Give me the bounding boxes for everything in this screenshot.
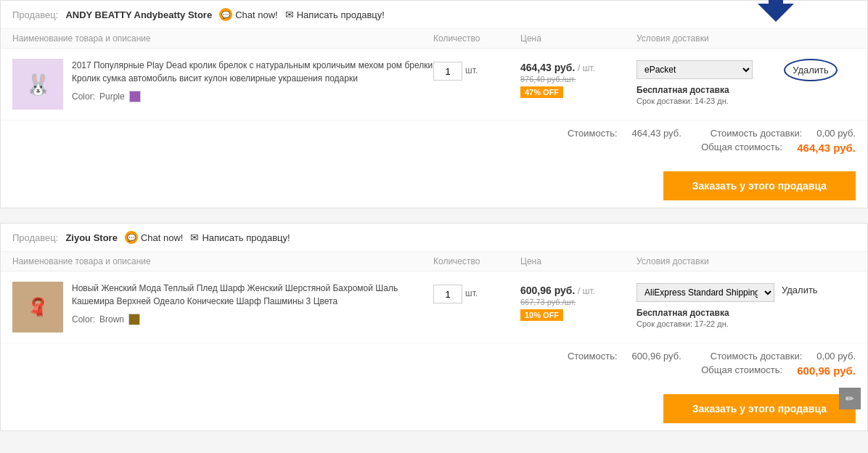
order-btn-row-2: Заказать у этого продавца [1, 387, 867, 430]
item-title-1: 2017 Популярные Play Dead кролик брелок … [72, 59, 433, 85]
chat-label-2: Chat now! [141, 232, 184, 243]
chat-icon-1: 💬 [219, 8, 232, 21]
color-label-2: Color: [72, 314, 95, 325]
order-button-2[interactable]: Заказать у этого продавца [663, 394, 856, 423]
seller-header-2: Продавец: Ziyou Store 💬 Chat now! ✉ Напи… [1, 224, 867, 252]
product-image-2: 🧣 [12, 282, 63, 332]
order-btn-row-1: Заказать у этого продавца [1, 164, 867, 208]
envelope-icon-1: ✉ [285, 9, 294, 20]
chat-label-1: Chat now! [235, 9, 278, 20]
col-price-2: Цена [520, 256, 636, 266]
col-action-1 [782, 33, 840, 44]
col-qty-2: Количество [433, 256, 520, 266]
chat-button-2[interactable]: 💬 Chat now! [125, 231, 184, 244]
price-main-2: 600,96 руб. / шт. [520, 285, 636, 296]
price-cell-1: 464,43 руб. / шт. 876,40 руб./шт. 47% OF… [520, 59, 636, 98]
shipping-cost-value-1: 0,00 руб. [816, 128, 856, 139]
seller-name-1: ANDY BEATTY Andybeatty Store [65, 9, 212, 20]
price-main-1: 464,43 руб. / шт. [520, 62, 636, 73]
item-details-2: Новый Женский Мода Теплый Плед Шарф Женс… [72, 282, 433, 332]
shipping-cost-label-2: Стоимость доставки: [711, 351, 803, 362]
qty-cell-2: шт. [433, 282, 520, 303]
color-row-2: Color: Brown [72, 314, 433, 325]
delete-cell-1: Удалить [782, 59, 840, 81]
total-line-sum-2: Общая стоимость: 600,96 руб. [12, 364, 856, 377]
qty-cell-1: шт. [433, 59, 520, 81]
edit-icon[interactable]: ✏ [839, 388, 861, 409]
shipping-days-1: Срок доставки: 14-23 дн. [636, 97, 782, 105]
cost-label-2: Стоимость: [568, 351, 618, 362]
total-label-2: Общая стоимость: [701, 364, 782, 377]
column-headers-2: Наименование товара и описание Количеств… [1, 252, 867, 272]
chat-button-1[interactable]: 💬 Chat now! [219, 8, 278, 21]
svg-marker-0 [758, 0, 794, 22]
item-title-2: Новый Женский Мода Теплый Плед Шарф Женс… [72, 282, 433, 308]
price-value-2: 600,96 руб. [520, 285, 575, 296]
total-line-cost-2: Стоимость: 600,96 руб. Стоимость доставк… [12, 351, 856, 362]
delete-button-2[interactable]: Удалить [782, 282, 818, 295]
color-swatch-2 [128, 314, 140, 325]
col-shipping-1: Условия доставки [636, 33, 782, 44]
envelope-icon-2: ✉ [190, 232, 199, 243]
totals-row-1: Стоимость: 464,43 руб. Стоимость доставк… [1, 121, 867, 164]
qty-unit-1: шт. [465, 62, 478, 76]
discount-badge-1: 47% OFF [520, 86, 563, 98]
item-row-2: 🧣 Новый Женский Мода Теплый Плед Шарф Же… [1, 272, 867, 343]
color-label-1: Color: [72, 91, 95, 102]
seller-block-1: Продавец: ANDY BEATTY Andybeatty Store 💬… [0, 0, 868, 208]
separator [0, 216, 868, 223]
price-unit-2: / шт. [578, 286, 595, 296]
shipping-cell-2: AliExpress Standard Shipping Бесплатная … [636, 282, 782, 328]
shipping-free-2: Бесплатная доставка [636, 308, 782, 318]
order-button-1[interactable]: Заказать у этого продавца [663, 171, 856, 200]
total-line-sum-1: Общая стоимость: 464,43 руб. [12, 142, 856, 154]
color-swatch-1 [129, 91, 141, 102]
item-info-2: 🧣 Новый Женский Мода Теплый Плед Шарф Же… [12, 282, 433, 332]
price-value-1: 464,43 руб. [520, 62, 575, 73]
shipping-select-1[interactable]: ePacket [636, 60, 753, 79]
col-product-2: Наименование товара и описание [12, 256, 433, 266]
qty-input-1[interactable] [433, 62, 462, 81]
cost-label-1: Стоимость: [568, 128, 618, 139]
col-action-2 [782, 256, 840, 266]
totals-row-2: Стоимость: 600,96 руб. Стоимость доставк… [1, 343, 867, 387]
column-headers-1: Наименование товара и описание Количеств… [1, 29, 867, 49]
message-label-2: Написать продавцу! [202, 232, 290, 243]
message-button-2[interactable]: ✉ Написать продавцу! [190, 232, 290, 243]
col-product-1: Наименование товара и описание [12, 33, 433, 44]
shipping-cost-label-1: Стоимость доставки: [711, 128, 803, 139]
delete-button-1[interactable]: Удалить [784, 59, 838, 81]
seller-label-1: Продавец: [12, 9, 58, 20]
edit-pencil-icon: ✏ [846, 393, 854, 404]
total-label-1: Общая стоимость: [701, 142, 782, 154]
seller-name-2: Ziyou Store [65, 232, 118, 243]
message-button-1[interactable]: ✉ Написать продавцу! [285, 9, 385, 20]
annotation-arrow [754, 0, 798, 22]
product-image-1: 🐰 [12, 59, 63, 110]
shipping-cell-1: ePacket Бесплатная доставка Срок доставк… [636, 59, 782, 105]
color-value-1: Purple [99, 91, 125, 102]
shipping-select-2[interactable]: AliExpress Standard Shipping [636, 283, 774, 302]
price-old-1: 876,40 руб./шт. [520, 75, 636, 83]
cost-value-1: 464,43 руб. [632, 128, 681, 139]
item-details-1: 2017 Популярные Play Dead кролик брелок … [72, 59, 433, 110]
qty-input-2[interactable] [433, 285, 462, 303]
qty-unit-2: шт. [465, 285, 478, 298]
price-cell-2: 600,96 руб. / шт. 667,73 руб./шт. 10% OF… [520, 282, 636, 321]
color-row-1: Color: Purple [72, 91, 433, 102]
shipping-cost-value-2: 0,00 руб. [816, 351, 856, 362]
total-line-cost-1: Стоимость: 464,43 руб. Стоимость доставк… [12, 128, 856, 139]
seller-header-1: Продавец: ANDY BEATTY Andybeatty Store 💬… [1, 1, 867, 29]
total-value-2: 600,96 руб. [797, 364, 856, 377]
chat-icon-2: 💬 [125, 231, 138, 244]
color-value-2: Brown [99, 314, 124, 325]
shipping-free-1: Бесплатная доставка [636, 85, 782, 95]
item-row-1: 🐰 2017 Популярные Play Dead кролик брело… [1, 49, 867, 121]
seller-label-2: Продавец: [12, 232, 58, 243]
total-value-1: 464,43 руб. [797, 142, 856, 154]
col-qty-1: Количество [433, 33, 520, 44]
message-label-1: Написать продавцу! [297, 9, 385, 20]
cost-value-2: 600,96 руб. [632, 351, 681, 362]
price-unit-1: / шт. [578, 63, 595, 73]
item-info-1: 🐰 2017 Популярные Play Dead кролик брело… [12, 59, 433, 110]
